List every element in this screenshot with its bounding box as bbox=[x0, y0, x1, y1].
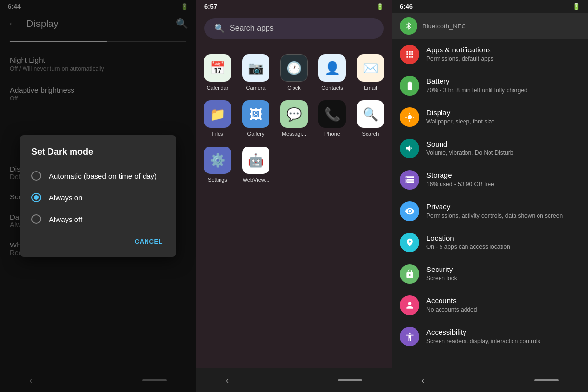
app-item-email[interactable]: ✉️ Email bbox=[353, 51, 388, 94]
setting-item-security[interactable]: Security Screen lock bbox=[392, 258, 588, 290]
middle-battery-icon: 🔋 bbox=[376, 3, 384, 10]
setting-item-accessibility[interactable]: Accessibility Screen readers, display, i… bbox=[392, 321, 588, 352]
privacy-title: Privacy bbox=[426, 202, 580, 211]
app-item-calendar[interactable]: 📅 Calendar bbox=[200, 51, 235, 94]
bluetooth-label: Bluetooth_NFC bbox=[422, 23, 466, 30]
bluetooth-icon bbox=[400, 17, 417, 35]
setting-item-storage[interactable]: Storage 16% used - 53.90 GB free bbox=[392, 164, 588, 196]
radio-always-off[interactable] bbox=[31, 214, 41, 224]
app-item-clock[interactable]: 🕐 Clock bbox=[277, 51, 311, 94]
dialog-label-always-off: Always off bbox=[49, 215, 82, 223]
storage-sub: 16% used - 53.90 GB free bbox=[426, 180, 580, 189]
apps-sub: Permissions, default apps bbox=[426, 55, 580, 63]
search-bar[interactable]: 🔍 Search apps bbox=[204, 18, 384, 39]
dialog-option-automatic[interactable]: Automatic (based on time of day) bbox=[20, 165, 176, 187]
right-status-bar: 6:46 🔋 bbox=[392, 0, 588, 13]
clock-label: Clock bbox=[287, 85, 301, 91]
app-item-messaging[interactable]: 💬 Messagi... bbox=[277, 98, 311, 140]
setting-item-accounts[interactable]: Accounts No accounts added bbox=[392, 290, 588, 321]
calendar-label: Calendar bbox=[207, 85, 229, 91]
apps-title: Apps & notifications bbox=[426, 46, 580, 54]
right-time: 6:46 bbox=[400, 3, 413, 10]
accounts-text: Accounts No accounts added bbox=[426, 296, 580, 314]
setting-item-sound[interactable]: Sound Volume, vibration, Do Not Disturb bbox=[392, 133, 588, 164]
dialog-overlay: Set Dark mode Automatic (based on time o… bbox=[0, 0, 196, 392]
gallery-icon: 🖼 bbox=[242, 100, 270, 128]
setting-item-privacy[interactable]: Privacy Permissions, activity controls, … bbox=[392, 196, 588, 227]
middle-status-bar: 6:57 🔋 bbox=[196, 0, 392, 13]
security-text: Security Screen lock bbox=[426, 265, 580, 283]
security-icon bbox=[400, 264, 419, 284]
dialog-option-always-on[interactable]: Always on bbox=[20, 187, 176, 208]
app-item-phone[interactable]: 📞 Phone bbox=[315, 98, 349, 140]
storage-title: Storage bbox=[426, 171, 580, 179]
settings-icon: ⚙️ bbox=[204, 147, 231, 174]
app-item-search[interactable]: 🔍 Search bbox=[353, 98, 388, 140]
privacy-sub: Permissions, activity controls, data sho… bbox=[426, 212, 580, 220]
camera-icon: 📷 bbox=[242, 54, 270, 82]
dark-mode-dialog: Set Dark mode Automatic (based on time o… bbox=[20, 135, 176, 257]
setting-item-location[interactable]: Location On - 5 apps can access location bbox=[392, 227, 588, 258]
cancel-button[interactable]: CANCEL bbox=[129, 234, 169, 249]
messaging-icon: 💬 bbox=[280, 100, 308, 128]
accounts-title: Accounts bbox=[426, 296, 580, 305]
right-panel: 6:46 🔋 Bluetooth_NFC Apps & notification… bbox=[392, 0, 588, 392]
display-text: Display Wallpaper, sleep, font size bbox=[426, 108, 580, 126]
settings-label: Settings bbox=[208, 177, 227, 183]
search-placeholder: Search apps bbox=[230, 24, 274, 33]
contacts-icon: 👤 bbox=[318, 54, 346, 82]
middle-nav-bar: ‹ bbox=[196, 368, 392, 392]
right-back-nav[interactable]: ‹ bbox=[421, 375, 424, 386]
location-title: Location bbox=[426, 234, 580, 242]
middle-time: 6:57 bbox=[204, 3, 217, 10]
display-sub: Wallpaper, sleep, font size bbox=[426, 118, 580, 126]
contacts-label: Contacts bbox=[321, 85, 343, 91]
setting-item-display[interactable]: Display Wallpaper, sleep, font size bbox=[392, 101, 588, 133]
webview-icon: 🤖 bbox=[242, 147, 270, 174]
camera-label: Camera bbox=[246, 85, 265, 91]
dialog-label-always-on: Always on bbox=[49, 194, 82, 202]
bluetooth-bar: Bluetooth_NFC bbox=[392, 13, 588, 39]
setting-item-apps[interactable]: Apps & notifications Permissions, defaul… bbox=[392, 39, 588, 70]
app-item-settings[interactable]: ⚙️ Settings bbox=[200, 144, 235, 186]
search-app-icon: 🔍 bbox=[357, 100, 384, 128]
email-label: Email bbox=[364, 85, 377, 91]
middle-nav-pill bbox=[338, 379, 362, 381]
apps-grid: 📅 Calendar 📷 Camera 🕐 Clock 👤 Contacts ✉… bbox=[196, 44, 392, 194]
radio-always-on[interactable] bbox=[31, 193, 41, 202]
accessibility-sub: Screen readers, display, interaction con… bbox=[426, 337, 580, 345]
apps-text: Apps & notifications Permissions, defaul… bbox=[426, 46, 580, 63]
dialog-option-always-off[interactable]: Always off bbox=[20, 208, 176, 230]
app-item-files[interactable]: 📁 Files bbox=[200, 98, 235, 140]
radio-automatic[interactable] bbox=[31, 171, 41, 181]
right-battery-icon: 🔋 bbox=[572, 3, 580, 10]
setting-item-battery[interactable]: Battery 70% - 3 hr, 8 min left until ful… bbox=[392, 70, 588, 101]
sound-icon bbox=[400, 139, 419, 158]
app-item-webview[interactable]: 🤖 WebView... bbox=[239, 144, 273, 186]
clock-icon: 🕐 bbox=[280, 54, 308, 82]
location-icon bbox=[400, 233, 419, 252]
app-item-camera[interactable]: 📷 Camera bbox=[239, 51, 273, 94]
files-label: Files bbox=[212, 131, 223, 137]
battery-sub: 70% - 3 hr, 8 min left until fully charg… bbox=[426, 86, 580, 95]
accessibility-icon bbox=[400, 327, 419, 346]
storage-text: Storage 16% used - 53.90 GB free bbox=[426, 171, 580, 189]
middle-back-nav[interactable]: ‹ bbox=[226, 375, 229, 386]
dialog-title: Set Dark mode bbox=[20, 147, 176, 165]
location-sub: On - 5 apps can access location bbox=[426, 243, 580, 251]
phone-icon: 📞 bbox=[318, 100, 346, 128]
apps-icon bbox=[400, 45, 419, 64]
security-title: Security bbox=[426, 265, 580, 273]
security-sub: Screen lock bbox=[426, 274, 580, 283]
right-nav-bar: ‹ bbox=[392, 368, 588, 392]
app-item-gallery[interactable]: 🖼 Gallery bbox=[239, 98, 273, 140]
accounts-sub: No accounts added bbox=[426, 306, 580, 314]
app-item-contacts[interactable]: 👤 Contacts bbox=[315, 51, 349, 94]
calendar-icon: 📅 bbox=[204, 54, 231, 82]
dialog-actions: CANCEL bbox=[20, 230, 176, 253]
files-icon: 📁 bbox=[204, 100, 231, 128]
right-nav-pill bbox=[534, 379, 559, 381]
storage-icon bbox=[400, 170, 419, 190]
webview-label: WebView... bbox=[243, 177, 270, 183]
messaging-label: Messagi... bbox=[282, 131, 306, 137]
